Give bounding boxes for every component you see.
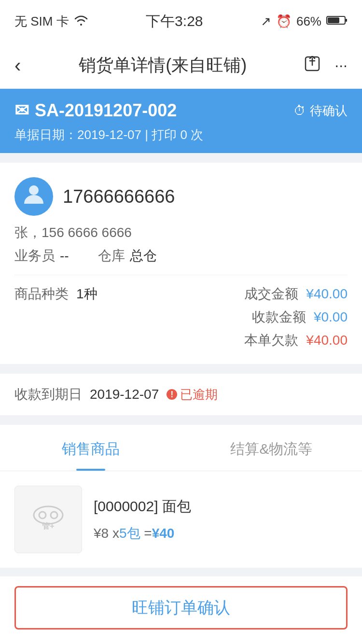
tab-sales-label: 销售商品 [62,441,120,457]
tab-settlement[interactable]: 结算&物流等 [181,425,362,471]
amount-value-2: ¥40.00 [306,333,348,348]
amount-line-1: 收款金额 ¥0.00 [244,308,348,326]
status-time: 下午3:28 [146,12,203,31]
product-price-row: ¥8 x 5包 = ¥40 [94,524,348,543]
amounts-right: 成交金额 ¥40.00 收款金额 ¥0.00 本单欠款 ¥40.00 [244,285,348,350]
amounts-row: 商品种类 1种 成交金额 ¥40.00 收款金额 ¥0.00 本单欠款 ¥40.… [14,285,348,350]
confirm-button-label: 旺铺订单确认 [132,597,230,619]
customer-phone: 17666666666 [63,186,175,207]
product-price: ¥8 x [94,526,119,541]
customer-info: 17666666666 [63,186,175,207]
svg-point-4 [29,185,39,195]
order-status: ⏱ 待确认 [293,102,348,119]
due-date-row: 收款到期日 2019-12-07 ! 已逾期 [14,385,348,404]
carrier-text: 无 SIM 卡 [14,13,69,30]
amount-value-0: ¥40.00 [306,286,348,302]
status-bar: 无 SIM 卡 下午3:28 ↗ ⏰ 66% [0,0,362,42]
clock-icon: ⏱ [293,103,306,118]
warehouse-field: 仓库 总仓 [98,247,157,265]
product-eq: = [140,526,152,541]
product-total: ¥40 [152,526,175,541]
nav-bar: ‹ 销货单详情(来自旺铺) ··· [0,42,362,89]
order-header-card: ✉ SA-20191207-002 ⏱ 待确认 单据日期：2019-12-07 … [0,89,362,153]
wifi-icon [74,14,88,29]
product-logo: 管+ [29,503,68,536]
salesperson-field: 业务员 -- [14,247,69,265]
amount-value-1: ¥0.00 [314,309,348,325]
product-code: [0000002] [94,498,158,514]
product-card: 管+ [0000002] 面包 ¥8 x 5包 = ¥40 [0,471,362,568]
battery-icon [326,14,348,29]
alarm-icon: ⏰ [276,14,292,29]
location-icon: ↗ [261,14,271,29]
divider-1 [14,275,348,275]
order-meta: 单据日期：2019-12-07 | 打印 0 次 [14,126,348,143]
avatar-icon [22,182,46,211]
status-right: ↗ ⏰ 66% [261,14,348,29]
svg-point-7 [51,512,57,518]
tab-underline [76,469,105,471]
svg-rect-1 [346,19,347,22]
product-info: [0000002] 面包 ¥8 x 5包 = ¥40 [94,497,348,543]
amount-label-1: 收款金额 [252,308,306,326]
product-types-value: 1种 [76,285,97,303]
tab-sales-products[interactable]: 销售商品 [0,425,181,471]
salesperson-label: 业务员 [14,247,55,265]
product-qty: 5包 [119,524,140,543]
amount-label-0: 成交金额 [244,285,298,303]
salesperson-value: -- [60,248,69,264]
customer-row: 17666666666 [14,177,348,216]
product-thumbnail: 管+ [14,486,82,553]
header-top: ✉ SA-20191207-002 ⏱ 待确认 [14,100,348,121]
product-types: 商品种类 1种 [14,285,97,303]
overdue-badge: ! 已逾期 [167,386,218,403]
product-title: 面包 [162,498,191,514]
amount-label-2: 本单欠款 [244,331,298,350]
customer-card: 17666666666 张，156 6666 6666 业务员 -- 仓库 总仓… [0,163,362,364]
confirm-button-container: 旺铺订单确认 [0,576,362,644]
product-name: [0000002] 面包 [94,497,348,517]
customer-fields: 业务员 -- 仓库 总仓 [14,247,348,265]
more-icon[interactable]: ··· [334,56,348,74]
nav-actions: ··· [305,56,348,75]
order-number: ✉ SA-20191207-002 [14,100,177,121]
order-envelope-icon: ✉ [14,100,29,121]
warehouse-label: 仓库 [98,247,125,265]
tabs-container: 销售商品 结算&物流等 [0,425,362,471]
svg-point-5 [34,506,63,524]
due-date-value: 2019-12-07 [90,387,159,402]
warehouse-value: 总仓 [130,247,157,265]
tab-settlement-label: 结算&物流等 [230,441,312,457]
due-date-label: 收款到期日 [14,385,82,404]
svg-rect-2 [328,17,339,23]
confirm-order-button[interactable]: 旺铺订单确认 [14,586,348,630]
amount-line-2: 本单欠款 ¥40.00 [244,331,348,350]
overdue-dot-icon: ! [167,389,177,400]
product-types-label: 商品种类 [14,285,69,303]
nav-title: 销货单详情(来自旺铺) [79,54,247,77]
share-icon[interactable] [305,56,320,75]
svg-point-6 [39,512,46,518]
back-button[interactable]: ‹ [14,55,21,76]
overdue-text: 已逾期 [180,386,218,403]
due-date-card: 收款到期日 2019-12-07 ! 已逾期 [0,374,362,415]
battery-text: 66% [296,14,321,29]
amount-line-0: 成交金额 ¥40.00 [244,285,348,303]
avatar [14,177,53,216]
status-left: 无 SIM 卡 [14,13,88,30]
svg-text:管+: 管+ [42,522,54,530]
customer-name: 张，156 6666 6666 [14,224,348,242]
